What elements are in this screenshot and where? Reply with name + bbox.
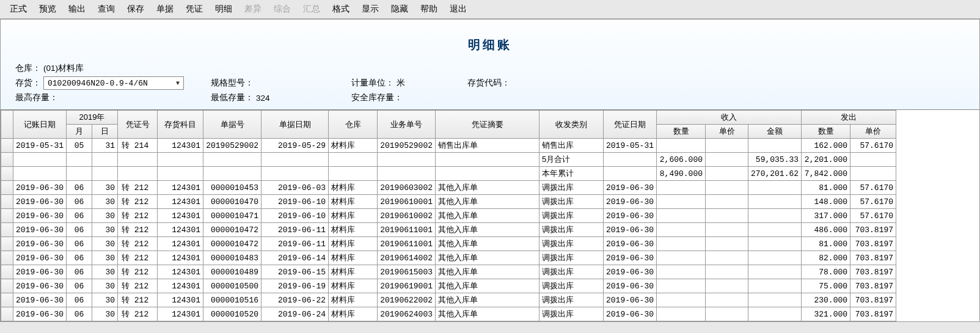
cell-day (92, 153, 118, 167)
cell-type: 调拨出库 (539, 293, 604, 307)
table-row[interactable]: 2019-06-300630转 21212430100000104532019-… (1, 181, 896, 195)
menu-item-查询[interactable]: 查询 (92, 2, 121, 16)
row-header (1, 195, 13, 209)
cell-voucher-no (118, 153, 158, 167)
row-header (1, 153, 13, 167)
cell-voucher-no: 转 212 (118, 279, 158, 293)
cell-voucher-date (604, 167, 657, 181)
table-row[interactable]: 2019-06-300630转 21212430100000105202019-… (1, 307, 896, 321)
col-type[interactable]: 收发类别 (539, 111, 604, 139)
cell-subject: 124301 (158, 181, 203, 195)
table-row[interactable]: 2019-06-300630转 21212430100000104712019-… (1, 209, 896, 223)
menu-item-单据[interactable]: 单据 (150, 2, 180, 16)
col-in-amount[interactable]: 金额 (748, 125, 802, 139)
content-area: 明细账 仓库： (01)材料库 存货： 010200946N20-0.9-4/6… (0, 19, 980, 322)
cell-in-price (706, 293, 748, 307)
col-in-group[interactable]: 收入 (657, 111, 802, 125)
col-record-date[interactable]: 记账日期 (13, 111, 67, 139)
cell-voucher-date: 2019-06-30 (604, 195, 657, 209)
col-biz-no[interactable]: 业务单号 (378, 111, 436, 139)
info-area: 仓库： (01)材料库 存货： 010200946N20-0.9-4/6N ▼ … (1, 62, 979, 109)
cell-in-qty (657, 237, 706, 251)
cell-subject: 124301 (158, 139, 203, 153)
cell-type: 调拨出库 (539, 251, 604, 265)
col-warehouse[interactable]: 仓库 (329, 111, 378, 139)
table-row[interactable]: 2019-06-300630转 21212430100000104702019-… (1, 195, 896, 209)
row-header (1, 223, 13, 237)
cell-voucher-date: 2019-05-31 (604, 139, 657, 153)
cell-record-date (13, 167, 67, 181)
table-row[interactable]: 2019-06-300630转 21212430100000104722019-… (1, 237, 896, 251)
menu-item-正式[interactable]: 正式 (4, 2, 33, 16)
table-row[interactable]: 2019-06-300630转 21212430100000105162019-… (1, 293, 896, 307)
cell-type: 调拨出库 (539, 223, 604, 237)
cell-voucher-date: 2019-06-30 (604, 307, 657, 321)
cell-voucher-date: 2019-06-30 (604, 279, 657, 293)
cell-in-qty (657, 265, 706, 279)
cell-doc-no: 0000010453 (203, 181, 261, 195)
cell-in-amount (748, 181, 802, 195)
cell-out-price: 703.8197 (850, 237, 896, 251)
col-voucher-no[interactable]: 凭证号 (118, 111, 158, 139)
cell-in-price (706, 209, 748, 223)
menu-item-差异: 差异 (238, 2, 268, 16)
cell-subject (158, 153, 203, 167)
cell-in-qty (657, 279, 706, 293)
cell-out-qty: 148.000 (802, 195, 850, 209)
table-row[interactable]: 2019-06-300630转 21212430100000104722019-… (1, 223, 896, 237)
table-row[interactable]: 2019-06-300630转 21212430100000104832019-… (1, 251, 896, 265)
col-in-qty[interactable]: 数量 (657, 125, 706, 139)
col-in-price[interactable]: 单价 (706, 125, 748, 139)
table-row[interactable]: 2019-06-300630转 21212430100000104892019-… (1, 265, 896, 279)
cell-out-price: 703.8197 (850, 279, 896, 293)
menu-item-格式[interactable]: 格式 (326, 2, 356, 16)
cell-summary: 其他入库单 (436, 181, 539, 195)
cell-in-qty (657, 139, 706, 153)
cell-type: 本年累计 (539, 167, 604, 181)
menu-item-汇总: 汇总 (297, 2, 326, 16)
cell-out-qty: 317.000 (802, 209, 850, 223)
cell-subject: 124301 (158, 293, 203, 307)
col-out-group[interactable]: 发出 (802, 111, 896, 125)
cell-day: 30 (92, 251, 118, 265)
cell-warehouse: 材料库 (329, 223, 378, 237)
col-year[interactable]: 2019年 (67, 111, 118, 125)
menu-item-预览[interactable]: 预览 (33, 2, 62, 16)
col-out-price[interactable]: 单价 (850, 125, 896, 139)
table-row[interactable]: 2019-05-310531转 214124301201905290022019… (1, 139, 896, 153)
table-row[interactable]: 本年累计8,490.000270,201.627,842.000 (1, 167, 896, 181)
inventory-select[interactable]: 010200946N20-0.9-4/6N ▼ (43, 76, 184, 90)
menu-item-明细[interactable]: 明细 (209, 2, 238, 16)
col-day[interactable]: 日 (92, 125, 118, 139)
col-summary[interactable]: 凭证摘要 (436, 111, 539, 139)
menu-item-凭证[interactable]: 凭证 (180, 2, 209, 16)
cell-type: 调拨出库 (539, 181, 604, 195)
col-out-qty[interactable]: 数量 (802, 125, 850, 139)
table-row[interactable]: 5月合计2,606.00059,035.332,201.000 (1, 153, 896, 167)
menu-item-隐藏[interactable]: 隐藏 (385, 2, 414, 16)
menu-item-帮助[interactable]: 帮助 (414, 2, 444, 16)
col-voucher-date[interactable]: 凭证日期 (604, 111, 657, 139)
cell-summary: 其他入库单 (436, 251, 539, 265)
cell-record-date: 2019-06-30 (13, 265, 67, 279)
cell-in-qty (657, 307, 706, 321)
menu-item-保存[interactable]: 保存 (121, 2, 150, 16)
min-stock-label: 最低存量： (211, 92, 254, 103)
menu-item-退出[interactable]: 退出 (444, 2, 473, 16)
menu-item-输出[interactable]: 输出 (62, 2, 92, 16)
col-month[interactable]: 月 (67, 125, 92, 139)
cell-voucher-no: 转 212 (118, 209, 158, 223)
col-doc-no[interactable]: 单据号 (203, 111, 261, 139)
inventory-select-value: 010200946N20-0.9-4/6N (48, 79, 148, 88)
col-subject[interactable]: 存货科目 (158, 111, 203, 139)
cell-doc-no: 0000010471 (203, 209, 261, 223)
cell-in-price (706, 181, 748, 195)
table-scroll[interactable]: 记账日期 2019年 凭证号 存货科目 单据号 单据日期 仓库 业务单号 凭证摘… (1, 109, 979, 321)
cell-type: 销售出库 (539, 139, 604, 153)
menu-item-显示[interactable]: 显示 (356, 2, 385, 16)
cell-record-date: 2019-05-31 (13, 139, 67, 153)
row-header (1, 251, 13, 265)
cell-type: 调拨出库 (539, 307, 604, 321)
col-doc-date[interactable]: 单据日期 (261, 111, 329, 139)
table-row[interactable]: 2019-06-300630转 21212430100000105002019-… (1, 279, 896, 293)
